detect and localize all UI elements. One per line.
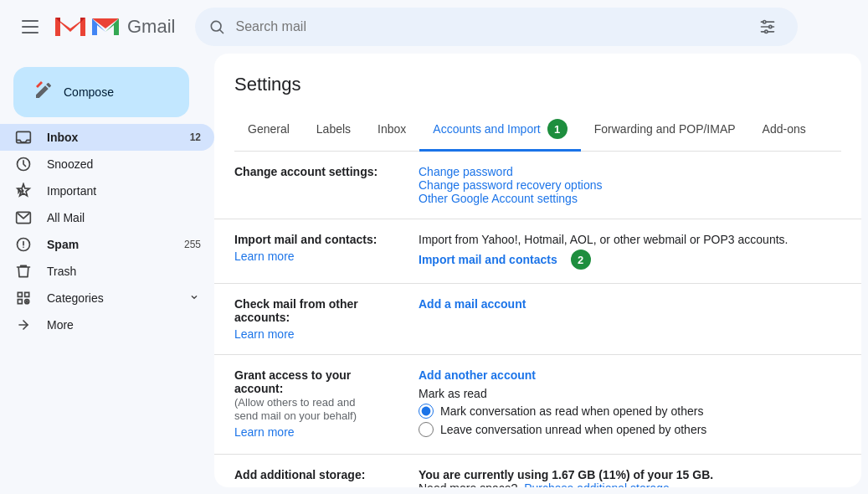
storage-usage-text: You are currently using 1.67 GB (11%) of… bbox=[419, 468, 841, 481]
search-bar bbox=[195, 8, 798, 46]
add-storage-label-cell: Add additional storage: bbox=[214, 455, 398, 488]
search-options-icon bbox=[759, 18, 776, 35]
logo-area: Gmail bbox=[54, 10, 175, 44]
categories-icon bbox=[13, 288, 33, 308]
sidebar-item-important[interactable]: Important bbox=[0, 178, 214, 204]
settings-header: Settings General Labels Inbox Accounts a… bbox=[214, 54, 861, 152]
main-area: Compose Inbox 12 bbox=[0, 54, 868, 494]
sidebar-item-spam-label: Spam bbox=[47, 238, 177, 251]
compose-button[interactable]: Compose bbox=[13, 67, 189, 117]
check-mail-label-cell: Check mail from other accounts: Learn mo… bbox=[214, 284, 398, 355]
storage-usage-amount: You are currently using 1.67 GB (11%) of… bbox=[419, 468, 713, 481]
change-password-recovery-link[interactable]: Change password recovery options bbox=[419, 178, 602, 192]
sidebar-item-all-mail[interactable]: All Mail bbox=[0, 204, 214, 231]
import-mail-description: Import from Yahoo!, Hotmail, AOL, or oth… bbox=[419, 233, 841, 246]
more-icon bbox=[13, 315, 33, 335]
add-storage-value: You are currently using 1.67 GB (11%) of… bbox=[398, 455, 861, 488]
important-icon bbox=[13, 181, 33, 201]
change-account-value: Change password Change password recovery… bbox=[398, 152, 861, 219]
svg-point-7 bbox=[769, 25, 772, 28]
sidebar-item-trash[interactable]: Trash bbox=[0, 258, 214, 285]
change-account-label-text: Change account settings: bbox=[234, 165, 378, 178]
sidebar-item-important-label: Important bbox=[47, 184, 201, 198]
radio-leave-unread[interactable]: Leave conversation unread when opened by… bbox=[419, 422, 841, 437]
sidebar-item-inbox-label: Inbox bbox=[47, 131, 183, 144]
grant-access-label: Grant access to your account: bbox=[234, 368, 351, 395]
sidebar-item-allmail-label: All Mail bbox=[47, 211, 201, 224]
menu-icon bbox=[22, 18, 39, 35]
sidebar-item-inbox-count: 12 bbox=[190, 131, 201, 143]
inbox-icon bbox=[13, 127, 33, 147]
sidebar-item-snoozed-label: Snoozed bbox=[47, 157, 201, 171]
grant-access-value: Add another account Mark as read Mark co… bbox=[398, 355, 861, 455]
svg-rect-0 bbox=[22, 20, 39, 22]
check-mail-learn-more-link[interactable]: Learn more bbox=[234, 327, 378, 341]
tab-inbox[interactable]: Inbox bbox=[364, 112, 419, 148]
import-mail-learn-more-link[interactable]: Learn more bbox=[234, 250, 378, 263]
tab-accounts-import-label: Accounts and Import bbox=[433, 122, 540, 136]
sidebar-item-categories-label: Categories bbox=[47, 291, 187, 305]
radio-mark-read-input[interactable] bbox=[419, 404, 434, 419]
storage-more-space-text: Need more space? Purchase additional sto… bbox=[419, 481, 841, 487]
sidebar-item-inbox[interactable]: Inbox 12 bbox=[0, 124, 214, 151]
grant-access-sub-label: (Allow others to read and send mail on y… bbox=[234, 396, 357, 422]
add-another-account-link[interactable]: Add another account bbox=[419, 368, 536, 382]
change-account-label: Change account settings: bbox=[214, 152, 398, 219]
app-container: Gmail bbox=[0, 0, 868, 494]
add-mail-account-link[interactable]: Add a mail account bbox=[419, 297, 526, 311]
check-mail-row: Check mail from other accounts: Learn mo… bbox=[214, 284, 861, 355]
radio-mark-read-label: Mark conversation as read when opened by… bbox=[440, 404, 703, 418]
import-contacts-badge: 2 bbox=[571, 250, 591, 270]
categories-expand-icon bbox=[187, 291, 201, 306]
import-mail-value: Import from Yahoo!, Hotmail, AOL, or oth… bbox=[398, 219, 861, 284]
gmail-envelope-logo bbox=[90, 15, 121, 39]
tab-labels[interactable]: Labels bbox=[303, 112, 364, 148]
check-mail-value: Add a mail account bbox=[398, 284, 861, 355]
sidebar-item-categories[interactable]: Categories bbox=[0, 285, 214, 311]
settings-content: Settings General Labels Inbox Accounts a… bbox=[214, 54, 861, 487]
change-password-link[interactable]: Change password bbox=[419, 165, 513, 178]
import-mail-label: Import mail and contacts: bbox=[234, 233, 377, 246]
grant-access-row: Grant access to your account: (Allow oth… bbox=[214, 355, 861, 455]
sidebar-item-spam[interactable]: Spam 255 bbox=[0, 231, 214, 258]
compose-plus-icon bbox=[33, 80, 54, 104]
mark-as-read-label: Mark as read bbox=[419, 387, 841, 400]
settings-table: Change account settings: Change password… bbox=[214, 152, 861, 487]
sidebar: Compose Inbox 12 bbox=[0, 54, 214, 494]
sidebar-item-more[interactable]: More bbox=[0, 311, 214, 338]
svg-point-12 bbox=[23, 247, 24, 249]
sidebar-item-more-label: More bbox=[47, 318, 201, 332]
search-icon bbox=[208, 18, 225, 35]
storage-more-space-label: Need more space? bbox=[419, 481, 517, 487]
snoozed-icon bbox=[13, 154, 33, 174]
svg-point-8 bbox=[765, 30, 768, 33]
tab-forwarding[interactable]: Forwarding and POP/IMAP bbox=[581, 112, 749, 148]
add-storage-label: Add additional storage: bbox=[234, 468, 365, 481]
radio-leave-unread-input[interactable] bbox=[419, 422, 434, 437]
import-mail-contacts-link[interactable]: Import mail and contacts bbox=[419, 253, 557, 266]
search-input[interactable] bbox=[235, 19, 741, 34]
settings-tabs: General Labels Inbox Accounts and Import… bbox=[234, 109, 841, 152]
accounts-import-badge: 1 bbox=[547, 119, 568, 139]
top-bar: Gmail bbox=[0, 0, 868, 54]
svg-rect-2 bbox=[22, 32, 39, 33]
grant-access-label-cell: Grant access to your account: (Allow oth… bbox=[214, 355, 398, 455]
change-account-row: Change account settings: Change password… bbox=[214, 152, 861, 219]
app-name-label: Gmail bbox=[127, 16, 175, 38]
all-mail-icon bbox=[13, 208, 33, 228]
purchase-storage-link[interactable]: Purchase additional storage bbox=[524, 481, 670, 487]
search-options-button[interactable] bbox=[751, 10, 784, 44]
tab-general[interactable]: General bbox=[234, 112, 303, 148]
hamburger-button[interactable] bbox=[13, 10, 47, 44]
other-google-account-link[interactable]: Other Google Account settings bbox=[419, 192, 578, 205]
radio-leave-unread-label: Leave conversation unread when opened by… bbox=[440, 423, 706, 436]
tab-accounts-import[interactable]: Accounts and Import 1 bbox=[419, 109, 580, 152]
import-mail-label-cell: Import mail and contacts: Learn more bbox=[214, 219, 398, 284]
settings-title: Settings bbox=[234, 74, 841, 95]
sidebar-item-snoozed[interactable]: Snoozed bbox=[0, 151, 214, 178]
svg-rect-1 bbox=[22, 26, 39, 28]
sidebar-item-trash-label: Trash bbox=[47, 265, 201, 278]
tab-addons[interactable]: Add-ons bbox=[749, 112, 819, 148]
grant-access-learn-more-link[interactable]: Learn more bbox=[234, 425, 378, 439]
radio-mark-read[interactable]: Mark conversation as read when opened by… bbox=[419, 404, 841, 419]
